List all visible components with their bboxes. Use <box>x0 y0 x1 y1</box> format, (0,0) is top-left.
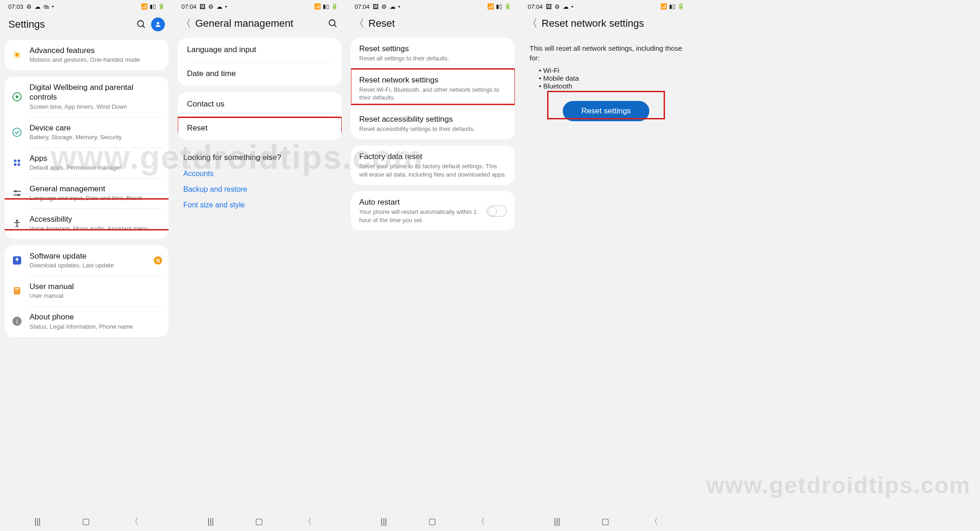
row-reset-accessibility[interactable]: Reset accessibility settings Reset acces… <box>351 108 515 140</box>
status-dot-icon: • <box>225 3 228 10</box>
row-factory-reset[interactable]: Factory data reset Reset your phone to i… <box>351 146 515 185</box>
page-title: Reset network settings <box>542 18 684 30</box>
row-label: Reset network settings <box>359 76 507 85</box>
svg-point-16 <box>16 220 18 222</box>
row-sub: Your phone will restart automatically wi… <box>359 208 482 224</box>
row-reset[interactable]: Reset <box>178 116 342 140</box>
nav-home[interactable]: ▢ <box>255 516 263 526</box>
link-accounts[interactable]: Accounts <box>173 166 346 182</box>
row-date-time[interactable]: Date and time <box>178 62 342 86</box>
header: 〈 Reset network settings <box>519 13 693 38</box>
signal-icon: ▮▯ <box>496 3 502 10</box>
header: 〈 Reset <box>346 13 519 38</box>
svg-rect-18 <box>14 287 20 295</box>
nav-back[interactable]: 〈 <box>477 516 485 527</box>
header: Settings <box>0 13 173 40</box>
link-font-size-style[interactable]: Font size and style <box>173 197 346 213</box>
row-label: Factory data reset <box>359 152 507 161</box>
card-reset-options: Reset settings Reset all settings to the… <box>351 38 515 139</box>
row-apps[interactable]: Apps Default apps, Permission manager <box>5 148 169 178</box>
bullet-bluetooth: Bluetooth <box>539 82 682 90</box>
status-cloud-icon: ☁ <box>390 3 396 10</box>
row-software-update[interactable]: Software update Download updates, Last u… <box>5 245 169 276</box>
row-label: General management <box>29 184 162 194</box>
row-label: Reset accessibility settings <box>359 115 507 124</box>
row-sub: Download updates, Last update <box>29 262 147 270</box>
row-sub: Screen time, App timers, Wind Down <box>29 103 162 111</box>
back-icon[interactable]: 〈 <box>355 19 364 28</box>
nav-recent[interactable]: ||| <box>207 517 214 526</box>
row-reset-network[interactable]: Reset network settings Reset Wi-Fi, Blue… <box>351 69 515 108</box>
row-auto-restart[interactable]: Auto restart Your phone will restart aut… <box>351 191 515 230</box>
svg-point-6 <box>16 95 18 98</box>
status-image-icon: 🖼 <box>373 3 379 10</box>
update-badge: N <box>154 256 162 265</box>
nav-back[interactable]: 〈 <box>303 516 312 527</box>
card-advanced: Advanced features Motions and gestures, … <box>5 40 169 70</box>
nav-recent[interactable]: ||| <box>34 517 41 526</box>
manual-icon <box>11 285 23 297</box>
row-sub: Reset Wi-Fi, Bluetooth, and other networ… <box>359 86 507 102</box>
nav-bar: ||| ▢ 〈 <box>0 512 173 531</box>
row-sub: Default apps, Permission manager <box>29 164 162 172</box>
link-backup-restore[interactable]: Backup and restore <box>173 182 346 197</box>
row-device-care[interactable]: Device care Battery, Storage, Memory, Se… <box>5 117 169 148</box>
wellbeing-icon <box>11 91 23 103</box>
nav-back[interactable]: 〈 <box>650 516 658 527</box>
svg-point-15 <box>18 194 20 196</box>
svg-line-23 <box>334 25 337 27</box>
battery-icon: 🔋 <box>158 3 165 10</box>
status-cloud-icon: ☁ <box>216 3 222 10</box>
row-digital-wellbeing[interactable]: Digital Wellbeing and parental controls … <box>5 77 169 117</box>
row-sub: Battery, Storage, Memory, Security <box>29 134 162 142</box>
wifi-icon: 📶 <box>487 3 494 10</box>
status-time: 07:04 <box>528 3 543 10</box>
status-time: 07:03 <box>8 3 23 10</box>
back-icon[interactable]: 〈 <box>528 19 537 28</box>
nav-bar: ||| ▢ 〈 <box>173 512 346 531</box>
general-mgmt-icon <box>11 187 23 199</box>
apps-icon <box>11 157 23 169</box>
accessibility-icon <box>11 218 23 230</box>
card-lang-date: Language and input Date and time <box>178 38 342 86</box>
row-language-input[interactable]: Language and input <box>178 38 342 62</box>
status-dot-icon: • <box>398 3 401 10</box>
battery-icon: 🔋 <box>677 3 684 10</box>
row-general-management[interactable]: General management Language and input, D… <box>5 178 169 208</box>
row-user-manual[interactable]: User manual User manual <box>5 276 169 306</box>
row-about-phone[interactable]: i About phone Status, Legal information,… <box>5 306 169 336</box>
nav-recent[interactable]: ||| <box>380 517 387 526</box>
row-sub: Voice Assistant, Mono audio, Assistant m… <box>29 225 162 233</box>
nav-home[interactable]: ▢ <box>428 516 436 526</box>
reset-bullets: Wi-Fi Mobile data Bluetooth <box>519 65 693 91</box>
nav-back[interactable]: 〈 <box>130 516 139 527</box>
row-contact-us[interactable]: Contact us <box>178 92 342 116</box>
row-reset-settings[interactable]: Reset settings Reset all settings to the… <box>351 38 515 69</box>
nav-home[interactable]: ▢ <box>601 516 609 526</box>
svg-point-11 <box>18 163 20 166</box>
wifi-icon: 📶 <box>314 3 321 10</box>
status-image-icon: 🖼 <box>546 3 552 10</box>
status-bar: 07:04 🖼 ⚙ ☁ • 📶 ▮▯ 🔋 <box>173 0 346 13</box>
avatar[interactable] <box>151 18 165 31</box>
svg-text:i: i <box>16 318 18 325</box>
card-contact-reset: Contact us Reset <box>178 92 342 140</box>
reset-settings-button[interactable]: Reset settings <box>563 101 649 121</box>
card-auto-restart: Auto restart Your phone will restart aut… <box>351 191 515 230</box>
status-time: 07:04 <box>181 3 197 10</box>
signal-icon: ▮▯ <box>323 3 329 10</box>
nav-recent[interactable]: ||| <box>554 517 560 526</box>
status-time: 07:04 <box>355 3 370 10</box>
status-cloud-icon: ☁ <box>35 3 41 10</box>
row-accessibility[interactable]: Accessibility Voice Assistant, Mono audi… <box>5 208 169 239</box>
search-icon[interactable] <box>328 18 338 29</box>
back-icon[interactable]: 〈 <box>181 19 191 28</box>
nav-bar: ||| ▢ 〈 <box>519 512 693 531</box>
auto-restart-toggle[interactable] <box>486 206 507 217</box>
battery-icon: 🔋 <box>331 3 338 10</box>
nav-home[interactable]: ▢ <box>82 516 90 526</box>
screen-settings: 07:03 ⚙ ☁ 🛍 • 📶 ▮▯ 🔋 Settings Advanced f… <box>0 0 173 531</box>
status-bag-icon: 🛍 <box>43 3 49 10</box>
search-icon[interactable] <box>136 19 146 30</box>
row-advanced-features[interactable]: Advanced features Motions and gestures, … <box>5 40 169 70</box>
